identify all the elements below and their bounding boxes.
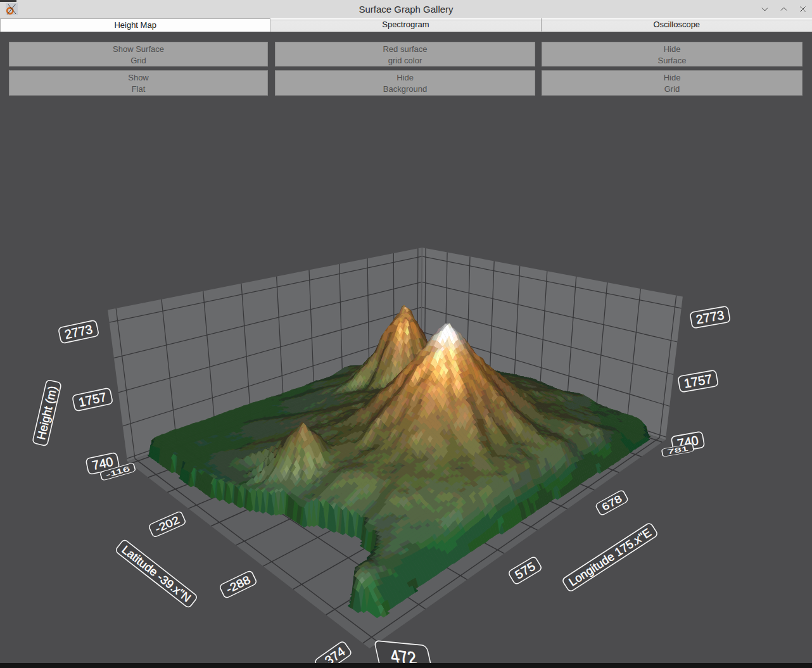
svg-text:1757: 1757 bbox=[77, 390, 108, 410]
svg-text:Latitude -39.x"N: Latitude -39.x"N bbox=[120, 543, 194, 605]
svg-text:Height (m): Height (m) bbox=[34, 385, 60, 441]
svg-text:Longitude 175.x"E: Longitude 175.x"E bbox=[566, 526, 654, 589]
svg-text:2773: 2773 bbox=[63, 322, 94, 342]
